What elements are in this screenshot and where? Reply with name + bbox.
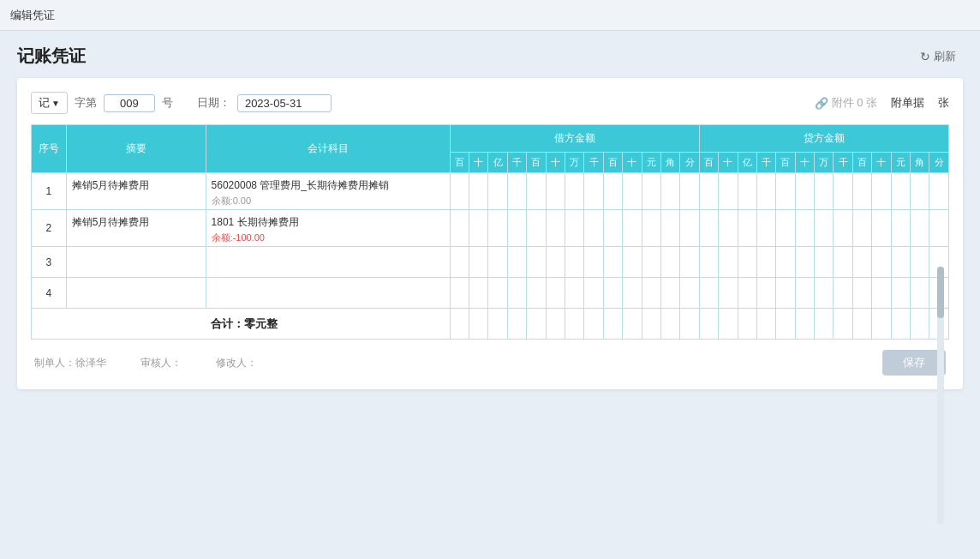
row-2-credit-5[interactable]: [795, 247, 814, 278]
row-2-debit-2[interactable]: [488, 247, 507, 278]
row-3-credit-0[interactable]: [699, 278, 718, 309]
row-1-debit-8[interactable]: [603, 210, 622, 247]
row-3-credit-8[interactable]: [852, 278, 871, 309]
row-1-credit-9[interactable]: [872, 210, 891, 247]
row-2-credit-1[interactable]: [719, 247, 738, 278]
row-3-debit-2[interactable]: [488, 278, 507, 309]
row-3-credit-6[interactable]: [815, 278, 834, 309]
row-1-debit-7[interactable]: [584, 210, 603, 247]
row-3-debit-7[interactable]: [584, 278, 603, 309]
row-1-debit-11[interactable]: [660, 210, 679, 247]
refresh-button[interactable]: ↻ 刷新: [913, 45, 963, 68]
row-0-credit-4[interactable]: [776, 173, 795, 210]
row-2-debit-8[interactable]: [603, 247, 622, 278]
row-0-credit-12[interactable]: [929, 173, 949, 210]
row-2-summary[interactable]: [66, 247, 206, 278]
row-2-credit-7[interactable]: [834, 247, 852, 278]
row-1-debit-5[interactable]: [546, 210, 565, 247]
row-2-credit-6[interactable]: [815, 247, 834, 278]
row-1-credit-11[interactable]: [911, 210, 929, 247]
row-0-credit-8[interactable]: [852, 173, 871, 210]
row-1-debit-3[interactable]: [507, 210, 526, 247]
row-1-credit-5[interactable]: [795, 210, 814, 247]
row-3-debit-4[interactable]: [527, 278, 546, 309]
row-1-credit-2[interactable]: [738, 210, 756, 247]
row-0-credit-1[interactable]: [719, 173, 738, 210]
row-0-credit-5[interactable]: [795, 173, 814, 210]
row-0-credit-6[interactable]: [815, 173, 834, 210]
row-1-credit-4[interactable]: [776, 210, 795, 247]
row-2-debit-7[interactable]: [584, 247, 603, 278]
row-3-credit-9[interactable]: [872, 278, 891, 309]
row-3-credit-2[interactable]: [738, 278, 756, 309]
table-row[interactable]: 2摊销5月待摊费用1801 长期待摊费用余额:-100.00: [32, 210, 949, 247]
row-0-credit-7[interactable]: [834, 173, 852, 210]
row-1-debit-10[interactable]: [642, 210, 660, 247]
row-2-debit-1[interactable]: [469, 247, 488, 278]
row-2-credit-2[interactable]: [738, 247, 756, 278]
row-3-credit-5[interactable]: [795, 278, 814, 309]
save-button[interactable]: 保存: [882, 350, 946, 376]
row-2-credit-3[interactable]: [756, 247, 775, 278]
date-input[interactable]: [237, 94, 332, 112]
row-0-debit-11[interactable]: [660, 173, 679, 210]
row-1-credit-10[interactable]: [891, 210, 910, 247]
row-3-debit-5[interactable]: [546, 278, 565, 309]
row-0-debit-6[interactable]: [565, 173, 583, 210]
row-2-debit-11[interactable]: [660, 247, 679, 278]
scrollbar-thumb[interactable]: [937, 267, 944, 318]
row-0-summary[interactable]: 摊销5月待摊费用: [66, 173, 206, 210]
row-0-credit-3[interactable]: [756, 173, 775, 210]
row-3-credit-10[interactable]: [891, 278, 910, 309]
table-row[interactable]: 3: [32, 247, 949, 278]
row-3-credit-4[interactable]: [776, 278, 795, 309]
row-1-credit-3[interactable]: [756, 210, 775, 247]
row-1-credit-12[interactable]: [929, 210, 949, 247]
ji-dropdown-button[interactable]: 记 ▼: [31, 92, 68, 114]
scrollbar[interactable]: [937, 267, 944, 524]
row-2-debit-3[interactable]: [507, 247, 526, 278]
row-3-debit-8[interactable]: [603, 278, 622, 309]
row-0-debit-5[interactable]: [546, 173, 565, 210]
fudanju-button[interactable]: 附单据: [891, 95, 924, 111]
row-0-account[interactable]: 56020008 管理费用_长期待摊费用摊销余额:0.00: [206, 173, 450, 210]
row-0-debit-0[interactable]: [450, 173, 469, 210]
row-0-debit-8[interactable]: [603, 173, 622, 210]
row-2-debit-12[interactable]: [680, 247, 699, 278]
row-3-debit-12[interactable]: [680, 278, 699, 309]
row-3-debit-1[interactable]: [469, 278, 488, 309]
row-0-debit-3[interactable]: [507, 173, 526, 210]
row-3-credit-11[interactable]: [911, 278, 929, 309]
row-1-debit-6[interactable]: [565, 210, 583, 247]
row-1-credit-7[interactable]: [834, 210, 852, 247]
row-2-debit-5[interactable]: [546, 247, 565, 278]
row-1-debit-1[interactable]: [469, 210, 488, 247]
row-1-credit-8[interactable]: [852, 210, 871, 247]
row-0-credit-0[interactable]: [699, 173, 718, 210]
row-2-credit-11[interactable]: [911, 247, 929, 278]
row-1-summary[interactable]: 摊销5月待摊费用: [66, 210, 206, 247]
row-2-debit-4[interactable]: [527, 247, 546, 278]
row-3-credit-3[interactable]: [756, 278, 775, 309]
row-2-debit-0[interactable]: [450, 247, 469, 278]
row-0-debit-10[interactable]: [642, 173, 660, 210]
row-1-debit-0[interactable]: [450, 210, 469, 247]
row-0-credit-9[interactable]: [872, 173, 891, 210]
row-0-debit-9[interactable]: [623, 173, 642, 210]
row-3-debit-6[interactable]: [565, 278, 583, 309]
table-row[interactable]: 4: [32, 278, 949, 309]
row-3-debit-10[interactable]: [642, 278, 660, 309]
row-1-account[interactable]: 1801 长期待摊费用余额:-100.00: [206, 210, 450, 247]
row-2-credit-10[interactable]: [891, 247, 910, 278]
row-2-debit-9[interactable]: [623, 247, 642, 278]
row-3-credit-1[interactable]: [719, 278, 738, 309]
row-2-credit-4[interactable]: [776, 247, 795, 278]
row-0-debit-2[interactable]: [488, 173, 507, 210]
row-0-credit-10[interactable]: [891, 173, 910, 210]
row-0-debit-12[interactable]: [680, 173, 699, 210]
row-1-debit-9[interactable]: [623, 210, 642, 247]
row-3-debit-9[interactable]: [623, 278, 642, 309]
row-3-summary[interactable]: [66, 278, 206, 309]
row-0-debit-1[interactable]: [469, 173, 488, 210]
row-2-credit-9[interactable]: [872, 247, 891, 278]
